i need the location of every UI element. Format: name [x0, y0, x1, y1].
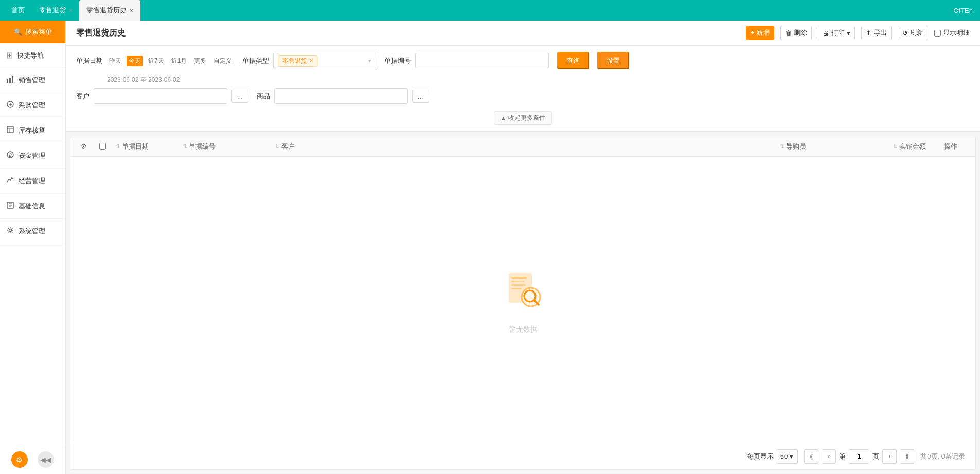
basic-info-icon	[6, 201, 14, 211]
refresh-icon: ↺	[902, 29, 908, 37]
goods-filter: 商品 ...	[257, 88, 429, 104]
th-settings[interactable]: ⚙	[75, 142, 93, 150]
shortcut-yesterday[interactable]: 昨天	[107, 56, 123, 66]
filter-row-2: 客户 ... 商品 ...	[76, 88, 970, 104]
export-icon: ⬆	[866, 29, 871, 37]
print-button[interactable]: 🖨 打印 ▾	[818, 26, 855, 40]
app-title: OfTEn	[953, 7, 973, 14]
select-all-checkbox[interactable]	[99, 143, 106, 150]
close-retail-return-history-tab[interactable]: ×	[130, 7, 133, 13]
svg-point-16	[526, 292, 529, 295]
export-button[interactable]: ⬆ 导出	[861, 26, 892, 40]
th-checkbox[interactable]	[93, 143, 112, 150]
customer-input[interactable]	[94, 88, 227, 104]
date-shortcuts: 昨天 今天 近7天 近1月 更多 自定义	[107, 56, 234, 66]
sidebar-item-system[interactable]: 系统管理	[0, 219, 65, 244]
doc-type-filter: 单据类型 零售退货 × ▾	[242, 53, 376, 68]
last-page-btn[interactable]: ⟫	[900, 449, 914, 464]
customer-ellipsis-btn[interactable]: ...	[231, 90, 248, 103]
next-page-btn[interactable]: ›	[882, 449, 897, 464]
inventory-icon	[6, 125, 14, 136]
sales-icon	[6, 75, 14, 85]
shortcut-today[interactable]: 今天	[127, 56, 143, 66]
doc-type-tag-close[interactable]: ×	[309, 57, 313, 64]
sidebar-item-operation[interactable]: 经营管理	[0, 169, 65, 194]
svg-point-7	[9, 229, 12, 232]
sidebar-item-basic-info[interactable]: 基础信息	[0, 194, 65, 219]
operation-icon	[6, 176, 14, 186]
svg-rect-10	[511, 281, 524, 282]
per-page-select: 每页显示 50 ▾	[747, 449, 798, 464]
first-page-btn[interactable]: ⟪	[804, 449, 818, 464]
header-actions: + 新增 🗑 删除 🖨 打印 ▾ ⬆ 导出 ↺ 刷新	[746, 26, 970, 40]
per-page-dropdown[interactable]: 50 ▾	[776, 449, 798, 464]
filter-row-1: 单据日期 昨天 今天 近7天 近1月 更多 自定义 单据类型	[76, 52, 970, 69]
tab-retail-return-history[interactable]: 零售退货历史 ×	[79, 0, 140, 21]
sort-icon-date: ⇅	[116, 143, 120, 149]
sidebar-item-purchase-mgmt[interactable]: 采购管理	[0, 93, 65, 118]
page-number-input[interactable]	[849, 449, 869, 464]
sidebar-item-finance[interactable]: 资金管理	[0, 143, 65, 169]
sidebar-item-sales-mgmt[interactable]: 销售管理	[0, 68, 65, 93]
close-retail-return-tab[interactable]: ×	[69, 7, 72, 13]
th-guide[interactable]: ⇅ 导购员	[776, 142, 868, 151]
tab-home[interactable]: 首页	[4, 0, 32, 21]
search-icon: 🔍	[14, 28, 22, 36]
th-action: 操作	[930, 142, 971, 151]
sort-icon-customer: ⇅	[275, 143, 279, 149]
sort-icon-amount: ⇅	[893, 143, 897, 149]
svg-rect-4	[7, 126, 13, 133]
goods-input[interactable]	[274, 88, 408, 104]
show-detail-checkbox-label[interactable]: 显示明细	[934, 28, 970, 38]
th-amount[interactable]: ⇅ 实销金额	[868, 142, 930, 151]
sidebar-item-quick-nav[interactable]: ⊞ 快捷导航	[0, 43, 65, 68]
page-title: 零售退货历史	[76, 28, 126, 39]
shortcut-last7[interactable]: 近7天	[146, 56, 166, 66]
th-date[interactable]: ⇅ 单据日期	[112, 142, 179, 151]
svg-rect-12	[511, 288, 522, 289]
collapse-btn[interactable]: ▲ 收起更多条件	[494, 111, 553, 125]
system-icon	[6, 226, 14, 236]
table-container: ⚙ ⇅ 单据日期 ⇅ 单据编号 ⇅ 客户 ⇅	[70, 136, 976, 470]
table-footer: 每页显示 50 ▾ ⟪ ‹ 第 页 › ⟫ 共0页, 0条记录	[70, 443, 975, 469]
th-num[interactable]: ⇅ 单据编号	[179, 142, 271, 151]
sidebar-bottom: ⚙ ◀◀	[0, 445, 65, 474]
sort-icon-num: ⇅	[183, 143, 187, 149]
svg-rect-9	[511, 277, 527, 279]
query-button[interactable]: 查询	[557, 52, 589, 69]
doc-type-tag: 零售退货 ×	[278, 55, 317, 67]
sidebar-search[interactable]: 🔍 搜索菜单	[0, 21, 65, 43]
sound-bottom-btn[interactable]: ◀◀	[38, 451, 54, 468]
per-page-dropdown-icon: ▾	[790, 452, 793, 460]
prev-page-btn[interactable]: ‹	[822, 449, 836, 464]
tab-retail-return[interactable]: 零售退货 ×	[32, 0, 79, 21]
page-header: 零售退货历史 + 新增 🗑 删除 🖨 打印 ▾ ⬆ 导出 ↺	[66, 21, 980, 46]
settings-bottom-btn[interactable]: ⚙	[11, 451, 28, 468]
top-navigation-bar: 首页 零售退货 × 零售退货历史 × OfTEn	[0, 0, 980, 21]
filter-area: 单据日期 昨天 今天 近7天 近1月 更多 自定义 单据类型	[66, 46, 980, 132]
date-filter: 单据日期 昨天 今天 近7天 近1月 更多 自定义	[76, 56, 234, 66]
doc-num-input[interactable]	[415, 53, 549, 68]
date-range-display: 2023-06-02 至 2023-06-02	[107, 76, 180, 83]
main-layout: 🔍 搜索菜单 ⊞ 快捷导航 销售管理 采购管理 库存核算	[0, 21, 980, 474]
shortcut-last-month[interactable]: 近1月	[169, 56, 189, 66]
finance-icon	[6, 151, 14, 161]
delete-button[interactable]: 🗑 删除	[780, 26, 812, 40]
shortcut-custom[interactable]: 自定义	[211, 56, 234, 66]
sidebar-item-inventory[interactable]: 库存核算	[0, 118, 65, 143]
show-detail-checkbox[interactable]	[934, 30, 941, 37]
th-customer[interactable]: ⇅ 客户	[271, 142, 776, 151]
table-header: ⚙ ⇅ 单据日期 ⇅ 单据编号 ⇅ 客户 ⇅	[70, 136, 975, 157]
add-button[interactable]: + 新增	[746, 26, 774, 40]
shortcut-more[interactable]: 更多	[192, 56, 208, 66]
pagination-nav: ⟪ ‹ 第 页 › ⟫	[804, 449, 914, 464]
settings-icon: ⚙	[81, 142, 87, 150]
doc-type-dropdown-icon: ▾	[368, 58, 371, 64]
doc-type-select[interactable]: 零售退货 × ▾	[273, 53, 376, 68]
total-info: 共0页, 0条记录	[920, 452, 965, 461]
refresh-button[interactable]: ↺ 刷新	[898, 26, 928, 40]
print-icon: 🖨	[823, 29, 829, 37]
goods-ellipsis-btn[interactable]: ...	[412, 90, 429, 103]
svg-rect-1	[9, 78, 11, 83]
setting-button[interactable]: 设置	[597, 52, 629, 69]
